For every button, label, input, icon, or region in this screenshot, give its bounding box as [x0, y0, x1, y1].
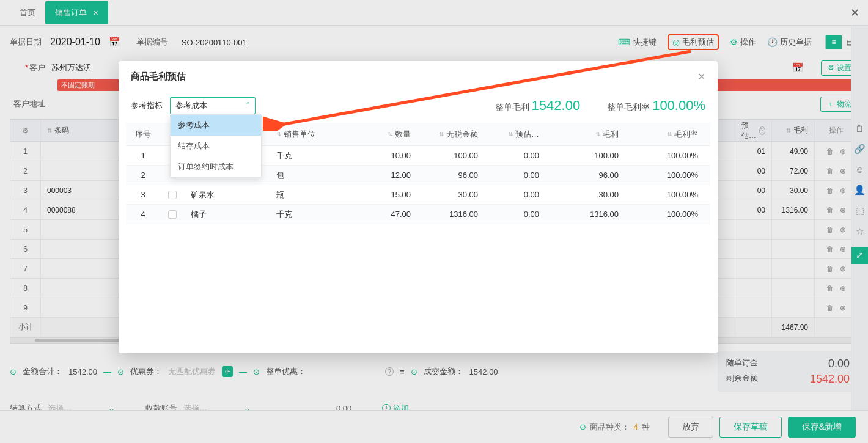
sort-icon: ⇅	[439, 131, 444, 137]
row-profit: 1316.00	[545, 210, 625, 219]
row-profit: 100.00	[545, 151, 625, 160]
row-amount: 1316.00	[417, 210, 484, 219]
table-row[interactable]: 4 橘子 千克 47.00 1316.00 0.00 1316.00 100.0…	[126, 205, 710, 224]
row-profit: 30.00	[545, 190, 625, 199]
chevron-up-icon: ⌃	[245, 101, 251, 109]
rate-column[interactable]: ⇅毛利率	[625, 129, 704, 140]
modal-title: 商品毛利预估	[131, 71, 186, 82]
sort-icon: ⇅	[388, 131, 392, 137]
total-rate-stat: 整单毛利率100.00%	[607, 98, 705, 114]
estimate-column[interactable]: ⇅预估…	[484, 129, 545, 140]
dropdown-option[interactable]: 结存成本	[171, 136, 261, 156]
row-unit: 瓶	[270, 189, 356, 200]
row-seq: 1	[126, 151, 160, 160]
row-unit: 千克	[270, 150, 356, 161]
row-estimate: 0.00	[484, 151, 545, 160]
row-amount: 100.00	[417, 151, 484, 160]
sort-icon: ⇅	[595, 131, 600, 137]
row-rate: 100.00%	[625, 190, 704, 199]
row-rate: 100.00%	[625, 210, 704, 219]
dropdown-option[interactable]: 订单签约时成本	[171, 156, 261, 177]
row-estimate: 0.00	[484, 170, 545, 180]
row-estimate: 0.00	[484, 210, 545, 219]
ref-select-value: 参考成本	[170, 97, 256, 114]
row-qty: 10.00	[356, 151, 417, 160]
modal-header: 商品毛利预估 ✕	[119, 61, 718, 82]
row-rate: 100.00%	[625, 151, 704, 160]
amount-column[interactable]: ⇅无税金额	[417, 129, 484, 140]
row-amount: 30.00	[417, 190, 484, 199]
row-seq: 3	[126, 190, 160, 199]
row-amount: 96.00	[417, 170, 484, 180]
dropdown-option[interactable]: 参考成本	[171, 115, 261, 136]
table-row[interactable]: 3 矿泉水 瓶 15.00 30.00 0.00 30.00 100.00%	[126, 185, 710, 205]
row-rate: 100.00%	[625, 170, 704, 180]
sort-icon: ⇅	[667, 131, 672, 137]
row-qty: 15.00	[356, 190, 417, 199]
unit-column[interactable]: ⇅销售单位	[270, 129, 356, 140]
row-checkbox[interactable]	[160, 210, 185, 219]
row-name: 橘子	[185, 209, 270, 220]
row-seq: 4	[126, 210, 160, 219]
close-icon[interactable]: ✕	[697, 71, 705, 82]
modal-controls: 参考指标 参考成本 ⌃ 参考成本 结存成本 订单签约时成本 整单毛利1542.0…	[119, 82, 718, 123]
row-seq: 2	[126, 170, 160, 180]
row-unit: 千克	[270, 209, 356, 220]
sort-icon: ⇅	[276, 131, 281, 137]
row-unit: 包	[270, 170, 356, 181]
profit-column[interactable]: ⇅毛利	[545, 129, 625, 140]
profit-estimate-modal: 商品毛利预估 ✕ 参考指标 参考成本 ⌃ 参考成本 结存成本 订单签约时成本 整…	[119, 61, 718, 353]
row-qty: 12.00	[356, 170, 417, 180]
seq-column: 序号	[126, 129, 160, 140]
qty-column[interactable]: ⇅数量	[356, 129, 417, 140]
row-checkbox[interactable]	[160, 191, 185, 199]
ref-dropdown: 参考成本 结存成本 订单签约时成本	[170, 114, 262, 178]
ref-label: 参考指标	[131, 100, 163, 111]
ref-select[interactable]: 参考成本 ⌃ 参考成本 结存成本 订单签约时成本	[170, 97, 256, 114]
row-profit: 96.00	[545, 170, 625, 180]
row-qty: 47.00	[356, 210, 417, 219]
sort-icon: ⇅	[508, 131, 513, 137]
total-profit-stat: 整单毛利1542.00	[495, 98, 581, 114]
row-estimate: 0.00	[484, 190, 545, 199]
row-name: 矿泉水	[185, 189, 270, 200]
